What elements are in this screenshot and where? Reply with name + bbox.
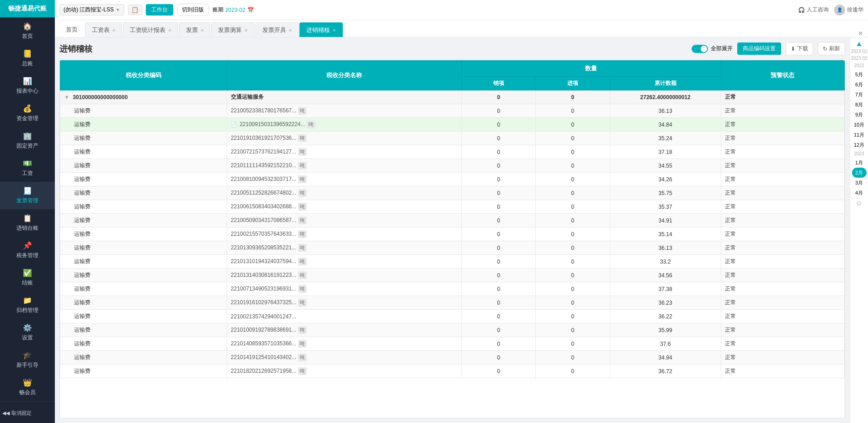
sidebar-item-tax[interactable]: 📌 税务管理: [0, 237, 55, 264]
main-table: 税收分类编码 税收分类名称 数量 预警状态 销项 进项 累计数额: [60, 60, 845, 378]
cell-invoice: 22100511252826674802... 吨: [227, 186, 461, 200]
expand-icon[interactable]: ▼: [64, 94, 69, 100]
cell-total: 35.14: [610, 227, 721, 241]
sidebar-item-invoice[interactable]: 🧾 发票管理: [0, 182, 55, 209]
sidebar-label-guide: 新手引导: [16, 361, 38, 369]
cell-input: 0: [536, 296, 610, 310]
copy-button[interactable]: 📋: [128, 5, 142, 15]
sidebar-item-sales-ledger[interactable]: 📋 进销台账: [0, 209, 55, 237]
invoice-number: 22101111143592152210...: [231, 162, 296, 169]
close-salary-table-icon[interactable]: ×: [112, 27, 115, 33]
sidebar-item-settlement[interactable]: ✅ 结账: [0, 264, 55, 291]
invoice-number: 22100615083403402688...: [231, 203, 296, 210]
tab-invoice-open[interactable]: 发票开具 ×: [256, 22, 298, 37]
cell-name: 运输费: [60, 159, 227, 173]
timeline-settings-icon[interactable]: ⚙: [856, 200, 862, 207]
sidebar-item-member[interactable]: 👑 畅会员: [0, 374, 55, 401]
table-row: 运输费 22101310194324037594... 吨 0 0 33.2 正…: [60, 255, 845, 269]
workbench-button[interactable]: 工作台: [146, 4, 173, 16]
month-6[interactable]: 6月: [852, 79, 867, 90]
month-11[interactable]: 11月: [852, 130, 867, 140]
sidebar-item-salary[interactable]: 💵 工资: [0, 154, 55, 182]
month-12[interactable]: 12月: [852, 140, 867, 150]
month-2023-3[interactable]: 3月: [852, 178, 867, 188]
unit-tag: 吨: [298, 271, 307, 279]
user-menu[interactable]: 👤 徐逢华: [834, 5, 863, 16]
sidebar-item-assets[interactable]: 🏢 固定资产: [0, 127, 55, 154]
tab-salary-table[interactable]: 工资表 ×: [85, 22, 122, 37]
col-header-quantity: 数量: [462, 61, 721, 77]
company-selector[interactable]: (勿动) 江西报宝-LSS ▼: [59, 4, 124, 16]
close-sales-check-icon[interactable]: ×: [333, 27, 335, 33]
cell-code: ▼ 301000000000000000: [60, 90, 227, 104]
sidebar-item-settings[interactable]: ⚙️ 设置: [0, 319, 55, 346]
close-all-tabs-button[interactable]: ✕: [858, 30, 863, 37]
cell-status: 正常: [721, 90, 844, 104]
cell-total: 35.99: [610, 323, 721, 337]
tab-home[interactable]: 首页: [59, 22, 84, 37]
tab-invoice[interactable]: 发票 ×: [179, 22, 210, 37]
table-row: 运输费 22101309365208535221... 吨 0 0 36.13 …: [60, 241, 845, 255]
assets-icon: 🏢: [23, 132, 32, 140]
month-5[interactable]: 5月: [852, 69, 867, 79]
sidebar-item-archive[interactable]: 📁 归档管理: [0, 291, 55, 319]
sidebar-item-reports[interactable]: 📊 报表中心: [0, 72, 55, 100]
close-invoice-open-icon[interactable]: ×: [289, 27, 292, 33]
sidebar-bottom: ◀◀ 取消固定: [0, 401, 55, 423]
unit-tag: 吨: [298, 203, 307, 211]
month-2023-2[interactable]: 2月: [852, 168, 867, 178]
sidebar-label-settings: 设置: [22, 334, 33, 342]
sidebar-item-home[interactable]: 🏠 首页: [0, 17, 55, 45]
cell-input: 0: [536, 310, 610, 323]
table-row: 运输费 22100615083403402688... 吨 0 0 35.37 …: [60, 200, 845, 214]
member-icon: 👑: [23, 378, 32, 387]
month-2023-1[interactable]: 1月: [852, 158, 867, 168]
sidebar-item-ledger[interactable]: 📒 总账: [0, 45, 55, 72]
cell-name: 运输费: [60, 282, 227, 296]
sidebar-label-reports: 报表中心: [16, 87, 38, 95]
tax-icon: 📌: [23, 241, 32, 250]
cell-status: 正常: [721, 173, 844, 186]
sidebar: 畅捷通易代账 🏠 首页 📒 总账 📊 报表中心 💰 资金管理 🏢 固定资产 💵 …: [0, 0, 55, 423]
cell-sales: 0: [462, 173, 536, 186]
switch-version-button[interactable]: 切到旧版: [177, 4, 209, 16]
unit-tag: 吨: [298, 175, 307, 183]
cell-name: 运输费: [60, 241, 227, 255]
calendar-icon[interactable]: 📅: [247, 7, 254, 13]
sidebar-item-guide[interactable]: 🎓 新手引导: [0, 346, 55, 374]
month-8[interactable]: 8月: [852, 100, 867, 110]
cell-input: 0: [536, 90, 610, 104]
cell-input: 0: [536, 132, 610, 145]
pin-toggle[interactable]: ◀◀ 取消固定: [0, 405, 55, 421]
unit-tag: 吨: [298, 354, 307, 361]
tab-salary-stats[interactable]: 工资统计报表 ×: [123, 22, 178, 37]
cell-input: 0: [536, 351, 610, 365]
download-button[interactable]: ⬇ 下载: [786, 42, 813, 55]
cell-sales: 0: [462, 159, 536, 173]
expand-all-toggle[interactable]: [692, 45, 708, 53]
close-invoice-icon[interactable]: ×: [201, 27, 203, 33]
close-salary-stats-icon[interactable]: ×: [168, 27, 171, 33]
col-header-name: 税收分类名称: [227, 61, 461, 90]
cell-input: 0: [536, 145, 610, 159]
tab-invoice-calc[interactable]: 发票测算 ×: [211, 22, 254, 37]
tab-sales-check[interactable]: 进销稽核 ×: [299, 22, 342, 37]
download-icon: ⬇: [791, 46, 795, 52]
sidebar-item-capital[interactable]: 💰 资金管理: [0, 100, 55, 127]
refresh-button[interactable]: ↻ 刷新: [818, 42, 845, 55]
timeline-up-arrow[interactable]: ▲: [856, 40, 863, 48]
month-9[interactable]: 9月: [852, 110, 867, 120]
month-2023-4[interactable]: 4月: [852, 188, 867, 198]
home-icon: 🏠: [23, 22, 32, 31]
service-label: 人工咨询: [807, 6, 829, 14]
month-7[interactable]: 7月: [852, 90, 867, 100]
unit-tag: 吨: [298, 340, 307, 348]
invoice-number: 22101309365208535221...: [231, 244, 296, 251]
service-button[interactable]: 🎧 人工咨询: [798, 6, 829, 14]
close-invoice-calc-icon[interactable]: ×: [245, 27, 247, 33]
sku-settings-button[interactable]: 商品编码设置: [737, 42, 781, 55]
avatar: 👤: [834, 5, 845, 16]
month-10[interactable]: 10月: [852, 120, 867, 130]
cell-sales: 0: [462, 241, 536, 255]
refresh-icon: ↻: [823, 46, 827, 52]
